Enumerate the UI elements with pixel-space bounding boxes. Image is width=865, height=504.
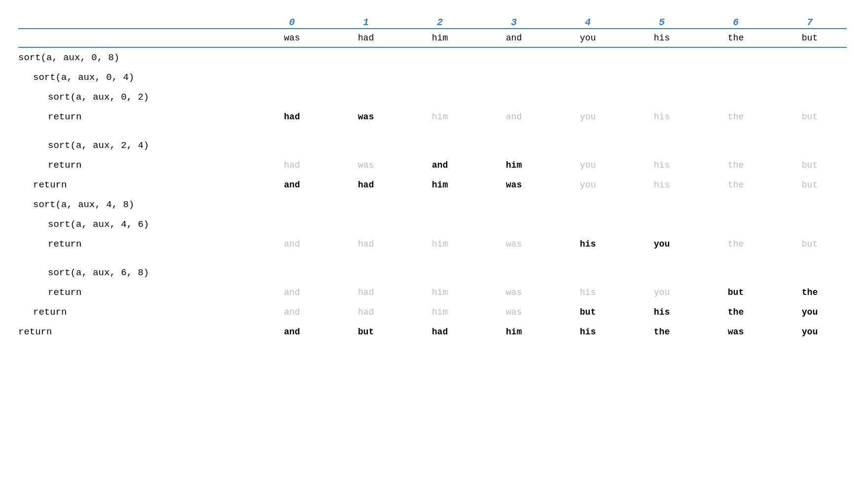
data-cell-r14-c4: but [551,303,625,322]
initial-value-0: was [255,33,329,43]
array-index-3: 3 [477,17,551,28]
data-cell-r13-c6: but [699,283,773,302]
code-line-5: sort(a, aux, 2, 4) [18,136,255,155]
initial-value-5: his [625,33,699,43]
initial-value-1: had [329,33,403,43]
data-cell-r7-c7: but [773,176,847,194]
grid-row: returnhadwashimandyouhisthebut [18,107,847,127]
code-line-10: return [18,234,255,254]
data-cell-r13-c0: and [255,283,329,302]
grid-row: sort(a, aux, 6, 8) [18,263,847,283]
array-index-5: 5 [625,17,699,28]
code-line-9: sort(a, aux, 4, 6) [18,215,255,234]
data-cell-r15-c7: you [773,323,847,341]
code-line-0: sort(a, aux, 0, 8) [18,48,255,68]
grid-row: returnandhadhimwasyouhisthebut [18,175,847,195]
data-cell-r14-c7: you [773,303,847,322]
data-cell-r3-c6: the [699,108,773,126]
data-cell-r14-c5: his [625,303,699,322]
data-cell-r7-c3: was [477,176,551,194]
grid-row: returnandhadhimwasbuthistheyou [18,302,847,322]
data-cell-r6-c7: but [773,156,847,175]
grid-row: sort(a, aux, 4, 8) [18,195,847,215]
data-cell-r6-c5: his [625,156,699,175]
data-cell-r10-c4: his [551,235,625,253]
array-index-7: 7 [773,17,847,28]
data-cell-r3-c5: his [625,108,699,126]
data-cell-r3-c1: was [329,108,403,126]
grid-row: sort(a, aux, 0, 2) [18,87,847,107]
data-cell-r13-c1: had [329,283,403,302]
data-cell-r15-c3: him [477,323,551,341]
grid-row: sort(a, aux, 0, 8) [18,48,847,68]
data-cell-r14-c1: had [329,303,403,322]
code-line-15: return [18,322,255,342]
data-cell-r3-c2: him [403,108,477,126]
grid-row: returnandbuthadhimhisthewasyou [18,322,847,342]
data-cell-r14-c0: and [255,303,329,322]
code-line-6: return [18,155,255,175]
array-index-0: 0 [255,17,329,28]
data-cell-r15-c4: his [551,323,625,341]
code-line-13: return [18,283,255,302]
initial-value-4: you [551,33,625,43]
data-cell-r10-c7: but [773,235,847,253]
data-cell-r10-c0: and [255,235,329,253]
initial-value-6: the [699,33,773,43]
data-cell-r7-c2: him [403,176,477,194]
data-cell-r10-c3: was [477,235,551,253]
grid-row [18,127,847,136]
data-cell-r6-c1: was [329,156,403,175]
data-cell-r6-c2: and [403,156,477,175]
data-cell-r13-c7: the [773,283,847,302]
grid-row: sort(a, aux, 4, 6) [18,215,847,234]
data-cell-r7-c4: you [551,176,625,194]
data-cell-r6-c4: you [551,156,625,175]
array-index-2: 2 [403,17,477,28]
grid-row: returnandhadhimwashisyoubutthe [18,283,847,302]
code-line-1: sort(a, aux, 0, 4) [18,68,255,87]
data-cell-r14-c3: was [477,303,551,322]
code-line-8: sort(a, aux, 4, 8) [18,195,255,215]
code-line-2: sort(a, aux, 0, 2) [18,87,255,107]
data-cell-r15-c6: was [699,323,773,341]
data-cell-r3-c7: but [773,108,847,126]
data-cell-r15-c5: the [625,323,699,341]
data-cell-r10-c6: the [699,235,773,253]
data-cell-r10-c2: him [403,235,477,253]
code-line-7: return [18,175,255,195]
data-cell-r10-c1: had [329,235,403,253]
data-cell-r3-c4: you [551,108,625,126]
data-cell-r10-c5: you [625,235,699,253]
grid-row: sort(a, aux, 0, 4) [18,68,847,87]
initial-value-3: and [477,33,551,43]
array-index-1: 1 [329,17,403,28]
grid-row: returnandhadhimwashisyouthebut [18,234,847,254]
code-line-14: return [18,302,255,322]
data-cell-r15-c0: and [255,323,329,341]
initial-value-7: but [773,33,847,43]
code-line-4 [18,127,255,136]
data-cell-r14-c6: the [699,303,773,322]
grid-row: sort(a, aux, 2, 4) [18,136,847,155]
data-cell-r7-c1: had [329,176,403,194]
grid-row: returnhadwasandhimyouhisthebut [18,155,847,175]
data-cell-r7-c0: and [255,176,329,194]
data-cell-r3-c0: had [255,108,329,126]
data-cell-r6-c0: had [255,156,329,175]
code-line-3: return [18,107,255,127]
data-cell-r7-c6: the [699,176,773,194]
data-cell-r13-c2: him [403,283,477,302]
data-cell-r6-c3: him [477,156,551,175]
data-cell-r13-c4: his [551,283,625,302]
code-line-11 [18,254,255,263]
code-line-12: sort(a, aux, 6, 8) [18,263,255,283]
data-cell-r13-c5: you [625,283,699,302]
initial-value-2: him [403,33,477,43]
data-cell-r7-c5: his [625,176,699,194]
data-cell-r3-c3: and [477,108,551,126]
data-cell-r13-c3: was [477,283,551,302]
data-cell-r15-c1: but [329,323,403,341]
array-index-6: 6 [699,17,773,28]
array-index-4: 4 [551,17,625,28]
